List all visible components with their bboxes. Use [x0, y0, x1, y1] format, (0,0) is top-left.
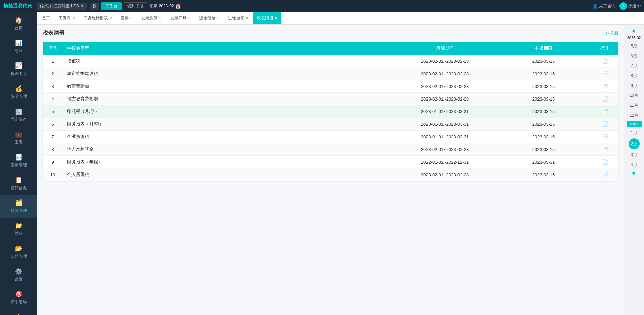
month-item-12[interactable]: 12月: [627, 111, 642, 120]
tab-tax-register-label: 税表清册: [257, 15, 273, 21]
cell-deadline: 2023-03-15: [496, 118, 591, 131]
sidebar-item-assets[interactable]: 🏢 固定资产: [0, 104, 37, 126]
date-nav-up[interactable]: ▲: [630, 26, 638, 34]
tab-invoice-open[interactable]: 发票开具 ✕: [166, 12, 195, 24]
tab-purchase-check[interactable]: 进销稽核 ✕: [195, 12, 224, 24]
cell-type: 企业所得税: [63, 131, 394, 143]
month-item-10[interactable]: 10月: [627, 91, 642, 100]
cell-period: 2023-02-01~2023-02-28: [394, 93, 496, 105]
view-action-icon[interactable]: 📄: [602, 71, 608, 76]
stock-icon: 📋: [15, 176, 22, 184]
tab-salary-stats[interactable]: 工资统计报表 ✕: [79, 12, 116, 24]
tab-purchase-ledger[interactable]: 进销台账 ✕: [224, 12, 253, 24]
sidebar-item-stock[interactable]: 📋 进销台账: [0, 172, 37, 195]
member-icon: ⭐: [15, 313, 22, 315]
tab-invoice-close[interactable]: ✕: [130, 16, 133, 20]
sidebar-item-tax[interactable]: 🗂️ 税务管理: [0, 195, 37, 218]
year-2023-label[interactable]: 2023: [627, 121, 642, 127]
cell-index: 10: [43, 168, 63, 181]
view-action-icon[interactable]: 📄: [602, 58, 608, 64]
sidebar-label-tax: 税务管理: [11, 208, 27, 214]
view-action-icon[interactable]: 📄: [602, 96, 608, 102]
period-label: 账期: [149, 3, 158, 9]
cell-index: 8: [43, 143, 63, 156]
sidebar-label-guide: 新手引导: [11, 299, 27, 305]
view-action-icon[interactable]: 📄: [602, 159, 608, 165]
month-item-5[interactable]: 5月: [627, 42, 642, 51]
cell-index: 3: [43, 80, 63, 93]
month-item-4[interactable]: 4月: [627, 160, 642, 169]
sidebar-item-settings[interactable]: ⚙️ 设置: [0, 264, 37, 286]
table-row: 7 企业所得税 2023-01-01~2023-03-31 2023-03-15…: [43, 131, 618, 143]
tab-salary-close[interactable]: ✕: [72, 16, 75, 20]
company-selector[interactable]: (勿动）江西服宝-LSS ▼: [37, 3, 87, 10]
cell-index: 9: [43, 156, 63, 168]
tab-invoice-label: 发票: [120, 15, 129, 21]
view-action-icon[interactable]: 📄: [602, 147, 608, 152]
tab-invoice-calc[interactable]: 发票测算 ✕: [137, 12, 166, 24]
month-item-1[interactable]: 1月: [627, 128, 642, 137]
date-nav-down[interactable]: ▼: [630, 170, 638, 178]
calendar-icon[interactable]: 📅: [175, 4, 181, 9]
tab-invoice-calc-label: 发票测算: [141, 15, 158, 21]
invoice-icon: 🧾: [15, 153, 22, 161]
sidebar-item-guide[interactable]: 🎯 新手引导: [0, 286, 37, 309]
view-action-icon[interactable]: 📄: [602, 84, 608, 89]
month-item-9[interactable]: 9月: [627, 81, 642, 90]
close-accounts-icon: 📁: [15, 222, 22, 229]
cell-period: 2023-01-01~2023-03-31: [394, 105, 496, 118]
sidebar-label-funds: 资金管理: [11, 94, 27, 100]
tab-salary-table[interactable]: 工资表 ✕: [54, 12, 79, 24]
table-row: 4 地方教育费附加 2023-02-01~2023-02-28 2023-03-…: [43, 93, 618, 105]
tab-purchase-check-close[interactable]: ✕: [217, 16, 220, 20]
month-item-6[interactable]: 6月: [627, 51, 642, 61]
tab-home[interactable]: 首页: [39, 12, 54, 24]
col-deadline: 申报期限: [496, 42, 591, 55]
page-title-row: 税表清册 ↻ 刷新: [43, 30, 618, 37]
tab-tax-register[interactable]: 税表清册 ✕: [253, 12, 282, 24]
month-item-3[interactable]: 3月: [627, 150, 642, 160]
switch-old-version-button[interactable]: 切到旧版: [124, 2, 147, 10]
sidebar-item-salary[interactable]: 💼 工资: [0, 126, 37, 149]
work-station-button[interactable]: 工作台: [101, 2, 122, 10]
cell-action: 📄: [591, 143, 618, 156]
tab-purchase-check-label: 进销稽核: [199, 15, 215, 21]
sidebar-label-ledger: 总账: [15, 48, 23, 54]
sidebar-item-home[interactable]: 🏠 首页: [0, 12, 37, 35]
sidebar-item-invoice[interactable]: 🧾 发票管理: [0, 149, 37, 172]
view-action-icon[interactable]: 📄: [602, 121, 608, 127]
view-action-icon[interactable]: 📄: [602, 134, 608, 139]
user-consult-link[interactable]: 👤 人工咨询: [593, 3, 615, 9]
tab-salary-stats-close[interactable]: ✕: [109, 16, 112, 20]
refresh-label: 刷新: [610, 30, 618, 36]
month-item-7[interactable]: 7月: [627, 61, 642, 71]
sidebar-item-funds[interactable]: 💰 资金管理: [0, 81, 37, 104]
tab-tax-register-close[interactable]: ✕: [275, 16, 277, 20]
view-action-icon[interactable]: 📄: [602, 109, 608, 114]
tab-invoice[interactable]: 发票 ✕: [116, 12, 137, 24]
month-item-2-active[interactable]: 2月: [629, 138, 640, 149]
copy-icon-btn[interactable]: 🗐: [90, 3, 99, 10]
cell-deadline: 2023-03-15: [496, 168, 591, 181]
cell-type: 财务报表（月/季）: [63, 118, 394, 131]
user-avatar: 人: [619, 2, 627, 10]
sidebar-item-member[interactable]: ⭐ 畅会员: [0, 309, 37, 315]
cell-action: 📄: [591, 93, 618, 105]
month-item-8[interactable]: 8月: [627, 71, 642, 80]
tab-bar: 首页 工资表 ✕ 工资统计报表 ✕ 发票 ✕ 发票测算 ✕ 发票开具 ✕: [37, 12, 644, 25]
app-logo: 畅捷通易代账: [3, 3, 32, 9]
sidebar-label-invoice: 发票管理: [11, 162, 27, 168]
sidebar-item-ledger[interactable]: 📊 总账: [0, 35, 37, 58]
cell-period: 2023-02-01~2023-02-28: [394, 80, 496, 93]
month-item-11[interactable]: 11月: [627, 101, 642, 110]
tab-invoice-open-close[interactable]: ✕: [188, 16, 191, 20]
refresh-button[interactable]: ↻ 刷新: [606, 30, 618, 36]
tab-purchase-ledger-close[interactable]: ✕: [246, 16, 248, 20]
cell-deadline: 2023-03-15: [496, 68, 591, 80]
sidebar-item-close[interactable]: 📁 结账: [0, 218, 37, 241]
view-action-icon[interactable]: 📄: [602, 172, 608, 177]
sidebar-item-reports[interactable]: 📈 报表中心: [0, 58, 37, 81]
tab-invoice-calc-close[interactable]: ✕: [159, 16, 162, 20]
user-profile-link[interactable]: 人 徐逢华: [619, 2, 641, 10]
sidebar-item-archive[interactable]: 📂 归档管理: [0, 241, 37, 264]
